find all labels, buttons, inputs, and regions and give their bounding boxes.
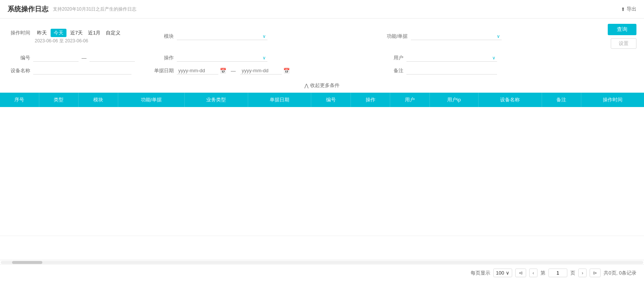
page-number-input[interactable]: [548, 269, 567, 277]
operation-select[interactable]: ∨: [177, 54, 267, 62]
page-summary: 共0页, 0条记录: [604, 270, 636, 276]
per-page-chevron-icon: ∨: [506, 270, 510, 276]
operation-chevron-icon: ∨: [263, 55, 266, 61]
time-option-custom[interactable]: 自定义: [104, 29, 122, 37]
col-user: 用户: [390, 93, 429, 107]
col-function: 功能/单据: [118, 93, 184, 107]
module-select[interactable]: ∨: [177, 33, 267, 40]
bill-date-label: 单据日期: [151, 67, 174, 74]
empty-area: [0, 107, 644, 236]
remark-label: 备注: [377, 67, 403, 74]
export-button[interactable]: ⬆ 导出: [621, 6, 636, 12]
function-select[interactable]: ∨: [411, 33, 502, 40]
page-unit-label: 页: [570, 270, 575, 276]
col-operation: 操作: [351, 93, 390, 107]
settings-button[interactable]: 设置: [611, 38, 636, 49]
operation-label: 操作: [151, 54, 174, 61]
col-optime: 操作时间: [581, 93, 644, 107]
per-page-select[interactable]: 100 ∨: [493, 269, 512, 277]
number-input-start[interactable]: [33, 54, 79, 62]
col-type: 类型: [39, 93, 78, 107]
user-label: 用户: [377, 54, 403, 61]
page-subtitle: 支持2020年10月31日之后产生的操作日志: [53, 6, 136, 12]
export-icon: ⬆: [621, 6, 625, 12]
col-billdate: 单据日期: [248, 93, 311, 107]
date-end-input[interactable]: [240, 67, 282, 75]
function-chevron-icon: ∨: [497, 34, 500, 39]
page-last-button[interactable]: ⊳: [590, 269, 601, 277]
module-label: 模块: [151, 33, 174, 40]
module-chevron-icon: ∨: [263, 34, 266, 39]
number-input-end[interactable]: [90, 54, 135, 62]
col-biztype: 业务类型: [185, 93, 248, 107]
time-option-today[interactable]: 今天: [51, 29, 66, 37]
time-option-yesterday[interactable]: 昨天: [36, 29, 48, 37]
query-button[interactable]: 查询: [608, 24, 636, 35]
remark-input[interactable]: [406, 67, 497, 75]
user-chevron-icon: ∨: [492, 55, 496, 61]
collapse-icon: ⋀: [304, 83, 309, 88]
number-separator: —: [82, 55, 86, 61]
page-next-button[interactable]: ›: [578, 269, 587, 277]
calendar-start-icon[interactable]: 📅: [220, 68, 226, 74]
user-select[interactable]: ∨: [406, 54, 497, 62]
function-label: 功能/单据: [381, 33, 408, 40]
col-number: 编号: [311, 93, 351, 107]
collapse-button[interactable]: ⋀ 收起更多条件: [304, 82, 340, 89]
data-table: 序号 类型 模块 功能/单据 业务类型 单据日期 编号 操作 用户 用户ip 设…: [0, 93, 644, 236]
device-input[interactable]: [33, 67, 131, 75]
calendar-end-icon[interactable]: 📅: [283, 68, 290, 74]
col-module: 模块: [79, 93, 118, 107]
time-range-display: 2023-06-06 至 2023-06-06: [33, 38, 88, 43]
time-option-1month[interactable]: 近1月: [86, 29, 102, 37]
page-prev-button[interactable]: ‹: [529, 269, 537, 277]
page-title: 系统操作日志: [8, 5, 48, 14]
col-userip: 用户ip: [429, 93, 478, 107]
page-prefix-label: 第: [541, 270, 545, 276]
date-start-input[interactable]: [177, 67, 218, 75]
col-remark: 备注: [542, 93, 581, 107]
page-first-button[interactable]: ⊲: [515, 269, 526, 277]
col-index: 序号: [0, 93, 39, 107]
time-label: 操作时间: [8, 29, 30, 36]
col-device: 设备名称: [478, 93, 542, 107]
time-option-7days[interactable]: 近7天: [69, 29, 84, 37]
device-label: 设备名称: [8, 67, 30, 74]
horizontal-scrollbar[interactable]: [0, 260, 644, 264]
pagination-bar: 每页显示 100 ∨ ⊲ ‹ 第 页 › ⊳ 共0页, 0条记录: [0, 264, 644, 281]
per-page-label: 每页显示: [471, 270, 490, 276]
number-label: 编号: [8, 54, 30, 61]
